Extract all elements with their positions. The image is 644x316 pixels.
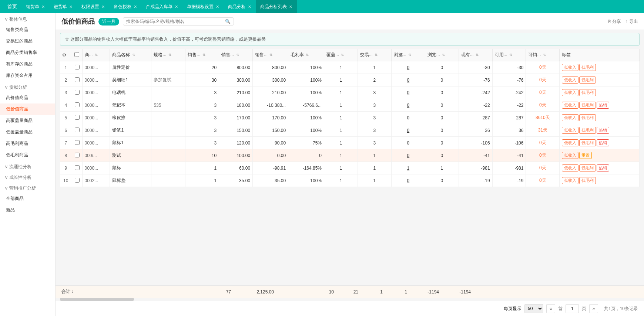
row-checkbox[interactable] xyxy=(75,77,80,82)
nav-permissions[interactable]: 权限设置 ✕ xyxy=(77,0,109,13)
current-page-input[interactable] xyxy=(566,304,579,313)
search-input[interactable] xyxy=(126,19,223,24)
sidebar-item-low-coverage[interactable]: 低覆盖量商品 xyxy=(0,126,55,138)
select-all-checkbox[interactable] xyxy=(74,52,79,57)
nav-permissions-close[interactable]: ✕ xyxy=(101,4,105,9)
view1-link[interactable]: 0 xyxy=(407,140,409,146)
th-settings[interactable]: ⚙ xyxy=(60,49,72,61)
export-button[interactable]: ↑ 导出 xyxy=(625,18,638,25)
nav-product-analysis-list-close[interactable]: ✕ xyxy=(289,4,292,9)
view1-link[interactable]: 0 xyxy=(407,128,409,133)
th-avail[interactable]: 可用... ⇅ xyxy=(492,49,526,61)
nav-sales[interactable]: 销货单 ✕ xyxy=(21,0,49,13)
per-page-select[interactable]: 50 100 200 xyxy=(524,304,543,313)
horizontal-scrollbar[interactable] xyxy=(60,298,640,301)
view1-link[interactable]: 0 xyxy=(407,65,409,70)
th-code[interactable]: 商... ⇅ xyxy=(82,49,110,61)
period-button[interactable]: 近一月 xyxy=(98,18,119,26)
cell-trade: 1 xyxy=(358,162,391,174)
cell-current: -981 xyxy=(459,162,492,174)
sidebar-item-low-margin[interactable]: 低毛利商品 xyxy=(0,149,55,161)
sidebar-item-low-value[interactable]: 低价值商品 xyxy=(0,103,55,115)
th-name[interactable]: 商品名称 ⇅ xyxy=(110,49,151,61)
row-checkbox[interactable] xyxy=(75,153,80,157)
share-button[interactable]: ⎘ 分享 xyxy=(608,18,621,25)
tag: 低收入 xyxy=(562,127,578,134)
sidebar-item-all-goods[interactable]: 全部商品 xyxy=(0,193,55,204)
sidebar-item-high-coverage[interactable]: 高覆盖量商品 xyxy=(0,115,55,126)
row-checkbox[interactable] xyxy=(75,90,80,95)
cell-cover: 1 xyxy=(324,74,358,86)
nav-template-settings[interactable]: 单据模板设置 ✕ xyxy=(182,0,224,13)
sidebar-group-liquidity[interactable]: ∨ 流通性分析 xyxy=(0,161,55,171)
cell-sale3: -10,380... xyxy=(253,99,288,112)
view1-link[interactable]: 1 xyxy=(407,166,409,171)
view1-link[interactable]: 0 xyxy=(407,103,409,108)
view1-link[interactable]: 0 xyxy=(407,153,409,158)
sidebar-item-category-sales-rate[interactable]: 商品分类销售率 xyxy=(0,47,55,58)
scrollbar-thumb[interactable] xyxy=(60,298,134,301)
nav-purchase[interactable]: 进货单 ✕ xyxy=(49,0,77,13)
row-checkbox[interactable] xyxy=(75,128,80,132)
th-cover[interactable]: 覆盖... ⇅ xyxy=(324,49,358,61)
cell-code: 0000... xyxy=(82,124,110,137)
cell-sale-avail: 0天 xyxy=(526,74,560,86)
th-trade[interactable]: 交易... ⇅ xyxy=(358,49,391,61)
nav-product-warehouse-close[interactable]: ✕ xyxy=(175,4,178,9)
tag: 低收入 xyxy=(562,89,578,96)
nav-purchase-close[interactable]: ✕ xyxy=(69,4,73,9)
header-actions: ⎘ 分享 ↑ 导出 xyxy=(608,18,638,25)
th-sale2[interactable]: 销售... ⇅ xyxy=(219,49,253,61)
row-checkbox[interactable] xyxy=(75,178,80,183)
row-checkbox[interactable] xyxy=(75,102,80,107)
sidebar-item-sales-goods[interactable]: 销售类商品 xyxy=(0,24,55,35)
sidebar-item-inventory-goods[interactable]: 有库存的商品 xyxy=(0,58,55,70)
th-margin[interactable]: 毛利率 ⇅ xyxy=(288,49,324,61)
footer-trade: 21 xyxy=(347,289,358,295)
sidebar-item-high-margin[interactable]: 高毛利商品 xyxy=(0,138,55,149)
row-checkbox[interactable] xyxy=(75,65,80,69)
th-spec[interactable]: 规格... ⇅ xyxy=(151,49,185,61)
sidebar-item-high-value[interactable]: 高价值商品 xyxy=(0,92,55,103)
view1-link[interactable]: 0 xyxy=(407,178,409,183)
cell-sale3: 800.00 xyxy=(253,61,288,74)
search-icon[interactable]: 🔍 xyxy=(225,19,231,24)
view1-link[interactable]: 0 xyxy=(407,115,409,120)
cell-name: 电话机 xyxy=(110,86,151,99)
sidebar-item-inventory-fund[interactable]: 库存资金占用 xyxy=(0,70,55,81)
row-checkbox[interactable] xyxy=(75,140,80,145)
cell-current: -30 xyxy=(459,61,492,74)
nav-roles-close[interactable]: ✕ xyxy=(134,4,137,9)
nav-template-close[interactable]: ✕ xyxy=(216,4,219,9)
cell-sale1: 30 xyxy=(185,74,219,86)
nav-home[interactable]: 首页 xyxy=(3,0,21,13)
nav-product-analysis-list[interactable]: 商品分析列表 ✕ xyxy=(256,0,297,13)
th-sale-avail[interactable]: 可销... ⇅ xyxy=(526,49,560,61)
next-page-button[interactable]: » xyxy=(589,304,598,313)
sidebar-item-new-goods[interactable]: 新品 xyxy=(0,204,55,216)
nav-product-analysis[interactable]: 商品分析 ✕ xyxy=(224,0,256,13)
cell-margin: -5766.6... xyxy=(288,99,324,112)
view1-link[interactable]: 0 xyxy=(407,78,409,83)
sidebar-group-growth[interactable]: ∨ 成长性分析 xyxy=(0,171,55,182)
pagination: 每页显示 50 100 200 « 首 页 » 共1页，10条记录 xyxy=(56,301,644,316)
sidebar-item-traded-goods[interactable]: 交易过的商品 xyxy=(0,35,55,47)
view1-link[interactable]: 0 xyxy=(407,90,409,95)
nav-roles[interactable]: 角色授权 ✕ xyxy=(109,0,141,13)
nav-product-warehouse[interactable]: 产成品入库单 ✕ xyxy=(141,0,182,13)
cell-code: 0000... xyxy=(82,86,110,99)
cell-trade: 1 xyxy=(358,174,391,187)
row-checkbox[interactable] xyxy=(75,165,80,170)
th-view1[interactable]: 浏览... ⇅ xyxy=(391,49,425,61)
nav-sales-close[interactable]: ✕ xyxy=(41,4,45,9)
th-view2[interactable]: 浏览... ⇅ xyxy=(425,49,459,61)
row-checkbox[interactable] xyxy=(75,115,80,120)
first-page-button[interactable]: « xyxy=(546,304,555,313)
nav-product-analysis-close[interactable]: ✕ xyxy=(248,4,251,9)
cell-checkbox xyxy=(72,61,82,74)
table-wrapper: ⚙ 商... ⇅ 商品名称 ⇅ 规格... ⇅ 销售... ⇅ 销售... ⇅ … xyxy=(56,49,644,285)
cell-sale2: 210.00 xyxy=(219,86,253,99)
th-current[interactable]: 现有... ⇅ xyxy=(459,49,492,61)
th-sale1[interactable]: 销售... ⇅ xyxy=(185,49,219,61)
th-sale3[interactable]: 销售... ⇅ xyxy=(253,49,288,61)
